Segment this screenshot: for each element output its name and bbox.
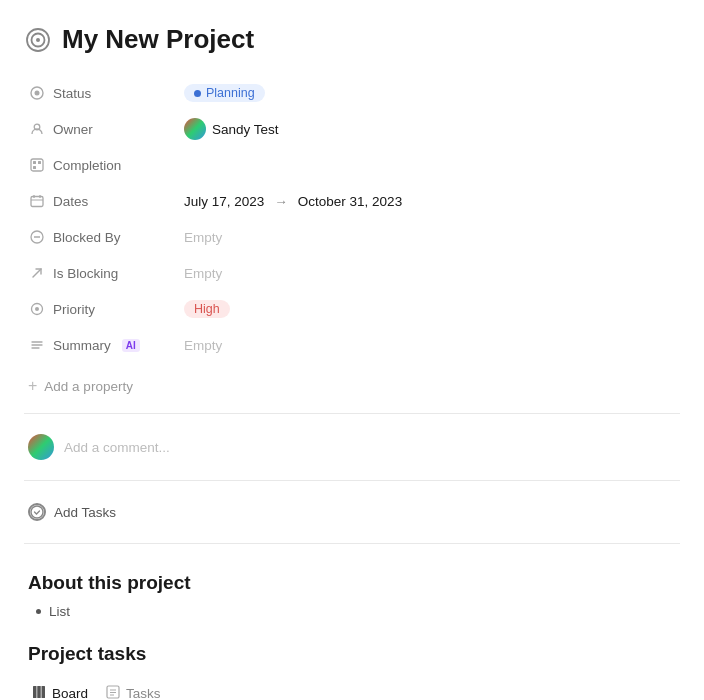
board-tab-label: Board xyxy=(52,686,88,700)
tasks-tab-label: Tasks xyxy=(126,686,161,700)
owner-label: Owner xyxy=(24,122,184,137)
owner-row[interactable]: Owner Sandy Test xyxy=(24,111,680,147)
priority-row[interactable]: Priority High xyxy=(24,291,680,327)
svg-point-4 xyxy=(35,91,40,96)
svg-rect-15 xyxy=(33,686,37,698)
comment-row[interactable]: Add a comment... xyxy=(24,426,680,468)
is-blocking-icon xyxy=(28,266,46,280)
priority-label: Priority xyxy=(24,302,184,317)
page-title-row: My New Project xyxy=(24,24,680,55)
tab-board[interactable]: Board xyxy=(28,677,102,700)
svg-rect-7 xyxy=(33,161,36,164)
completion-row[interactable]: Completion xyxy=(24,147,680,183)
status-row[interactable]: Status Planning xyxy=(24,75,680,111)
about-section: About this project List xyxy=(24,556,680,627)
page-title: My New Project xyxy=(62,24,254,55)
blocked-by-value: Empty xyxy=(184,230,680,245)
about-bullet-label: List xyxy=(49,604,70,619)
status-value: Planning xyxy=(184,84,680,102)
is-blocking-value: Empty xyxy=(184,266,680,281)
comment-avatar xyxy=(28,434,54,460)
avatar xyxy=(184,118,206,140)
about-bullet-item: List xyxy=(28,604,676,619)
tabs-row: Board Tasks xyxy=(28,677,676,700)
owner-value: Sandy Test xyxy=(184,118,680,140)
project-icon xyxy=(24,26,52,54)
add-tasks-label: Add Tasks xyxy=(54,505,116,520)
ai-badge: AI xyxy=(122,339,140,352)
check-icon xyxy=(28,503,46,521)
svg-point-13 xyxy=(35,307,39,311)
blocked-by-row[interactable]: Blocked By Empty xyxy=(24,219,680,255)
divider-3 xyxy=(24,543,680,544)
is-blocking-label: Is Blocking xyxy=(24,266,184,281)
bullet-dot xyxy=(36,609,41,614)
add-property-button[interactable]: + Add a property xyxy=(24,371,680,401)
status-badge: Planning xyxy=(184,84,265,102)
completion-label: Completion xyxy=(24,158,184,173)
svg-point-14 xyxy=(31,506,43,518)
project-tasks-section: Project tasks Board Tasks Not Sta xyxy=(24,627,680,700)
summary-value: Empty xyxy=(184,338,680,353)
add-tasks-button[interactable]: Add Tasks xyxy=(24,493,680,531)
is-blocking-row[interactable]: Is Blocking Empty xyxy=(24,255,680,291)
completion-icon xyxy=(28,158,46,172)
svg-point-2 xyxy=(36,38,40,42)
board-tab-icon xyxy=(32,685,46,700)
project-tasks-title: Project tasks xyxy=(28,643,676,665)
comment-placeholder: Add a comment... xyxy=(64,440,170,455)
date-start: July 17, 2023 xyxy=(184,194,264,209)
properties-table: Status Planning Owner Sandy Test xyxy=(24,75,680,363)
svg-rect-6 xyxy=(31,159,43,171)
summary-icon xyxy=(28,338,46,352)
tasks-tab-icon xyxy=(106,685,120,700)
blocked-by-label: Blocked By xyxy=(24,230,184,245)
dates-icon xyxy=(28,194,46,208)
svg-rect-16 xyxy=(37,686,41,698)
priority-badge: High xyxy=(184,300,230,318)
add-property-plus-icon: + xyxy=(28,377,37,395)
priority-icon xyxy=(28,302,46,316)
svg-rect-9 xyxy=(33,166,36,169)
owner-icon xyxy=(28,122,46,136)
dates-label: Dates xyxy=(24,194,184,209)
svg-rect-17 xyxy=(42,686,46,698)
about-title: About this project xyxy=(28,572,676,594)
dates-arrow: → xyxy=(274,194,288,209)
summary-label: Summary AI xyxy=(24,338,184,353)
blocked-by-icon xyxy=(28,230,46,244)
divider-1 xyxy=(24,413,680,414)
tab-tasks[interactable]: Tasks xyxy=(102,677,175,700)
svg-rect-10 xyxy=(31,197,43,207)
date-end: October 31, 2023 xyxy=(298,194,402,209)
status-label: Status xyxy=(24,86,184,101)
divider-2 xyxy=(24,480,680,481)
priority-value: High xyxy=(184,300,680,318)
summary-row[interactable]: Summary AI Empty xyxy=(24,327,680,363)
svg-rect-8 xyxy=(38,161,41,164)
page-container: My New Project Status Planning Owner xyxy=(0,0,704,700)
dates-row[interactable]: Dates July 17, 2023 → October 31, 2023 xyxy=(24,183,680,219)
dates-value: July 17, 2023 → October 31, 2023 xyxy=(184,194,680,209)
status-icon xyxy=(28,86,46,100)
add-property-label: Add a property xyxy=(44,379,133,394)
